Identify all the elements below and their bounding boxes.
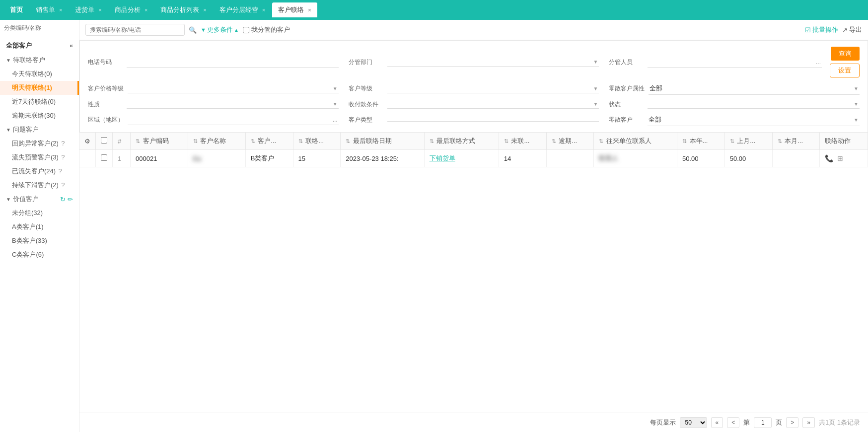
filter-customer-type-select[interactable] — [387, 118, 599, 122]
sort-year-icon: ⇅ — [682, 138, 687, 144]
sort-unlink-icon: ⇅ — [504, 138, 508, 144]
qr-action-icon[interactable]: ⊞ — [837, 154, 843, 162]
th-last-contact-method[interactable]: ⇅ 最后联络方式 — [424, 133, 499, 150]
my-customers-checkbox-label[interactable]: 我分管的客户 — [243, 25, 290, 34]
close-customer-tier-icon[interactable]: × — [262, 7, 265, 13]
filter-retail-customer-select[interactable]: 全部 ▼ — [648, 114, 860, 126]
more-conditions-btn[interactable]: ▼ 更多条件 ▲ — [201, 25, 239, 34]
export-button[interactable]: ↗ 导出 — [842, 25, 862, 34]
next-page-button[interactable]: > — [786, 417, 798, 428]
sidebar-item-declining[interactable]: 持续下滑客户(2) ? — [0, 178, 79, 192]
settings-icon[interactable]: ⚙ — [84, 138, 90, 145]
main-search-input[interactable] — [85, 24, 185, 36]
sort-name-icon: ⇅ — [193, 138, 198, 144]
set-button[interactable]: 设置 — [830, 64, 860, 77]
td-unlink-days: 14 — [499, 150, 546, 167]
nav-purchase[interactable]: 进货单 × — [69, 2, 107, 17]
nav-sales[interactable]: 销售单 × — [30, 2, 68, 17]
help-icon-3[interactable]: ? — [58, 167, 62, 175]
main-search-icon[interactable]: 🔍 — [189, 26, 197, 34]
th-last-contact-date[interactable]: ⇅ 最后联络日期 — [341, 133, 424, 150]
all-customers-header[interactable]: 全部客户 « — [0, 38, 79, 53]
help-icon-2[interactable]: ? — [61, 153, 65, 161]
phone-action-icon[interactable]: 📞 — [825, 154, 833, 162]
nav-home[interactable]: 首页 — [4, 2, 29, 17]
filter-customer-level-row: 客户等级 ▼ — [349, 82, 599, 95]
filter-customer-value-select[interactable]: ▼ — [128, 84, 339, 93]
page-number-input[interactable] — [754, 417, 772, 428]
close-sales-icon[interactable]: × — [59, 7, 62, 13]
filter-status-select[interactable]: ▼ — [648, 100, 860, 109]
th-customer-type[interactable]: ⇅ 客户... — [245, 133, 293, 150]
prev-page-button[interactable]: < — [727, 417, 739, 428]
sidebar-item-churned[interactable]: 已流失客户(24) ? — [0, 164, 79, 178]
filter-phone-input[interactable] — [127, 57, 339, 68]
filter-person-row: 分管人员 ... 查询 设置 — [609, 47, 860, 77]
select-all-checkbox[interactable] — [101, 137, 107, 144]
customer-value-chevron-icon: ▼ — [333, 86, 338, 91]
close-customer-contact-icon[interactable]: × — [308, 7, 311, 13]
help-icon-1[interactable]: ? — [61, 140, 65, 147]
filter-person-select[interactable]: ... — [648, 57, 822, 68]
retail-attr-chevron-icon: ▼ — [854, 86, 859, 91]
th-customer-name[interactable]: ⇅ 客户名称 — [188, 133, 245, 150]
filter-gender-row: 性质 ▼ — [88, 100, 339, 109]
close-analysis-icon[interactable]: × — [145, 7, 147, 13]
th-unlink-days[interactable]: ⇅ 未联... — [499, 133, 546, 150]
group-pending-contact[interactable]: ▼ 待联络客户 — [0, 53, 79, 67]
sort-type-icon: ⇅ — [251, 138, 255, 144]
sidebar-body: 全部客户 « ▼ 待联络客户 今天待联络(0) 明天待联络(1) 近7天待联络(… — [0, 36, 79, 432]
export-icon: ↗ — [842, 26, 848, 34]
filter-customer-level-select[interactable]: ▼ — [387, 84, 599, 93]
group-value-customers[interactable]: ▼ 价值客户 ↻ ✏ — [0, 192, 79, 206]
last-page-button[interactable]: » — [802, 417, 815, 428]
page-size-select[interactable]: 50 100 200 — [680, 417, 707, 428]
sidebar-item-class-c[interactable]: C类客户(6) — [0, 248, 79, 262]
filter-icon: ▼ — [201, 27, 206, 33]
nav-analysis-list[interactable]: 商品分析列表 × — [154, 2, 212, 17]
nav-analysis[interactable]: 商品分析 × — [109, 2, 153, 17]
close-purchase-icon[interactable]: × — [98, 7, 101, 13]
sidebar-item-repurchase-abnormal[interactable]: 回购异常客户(2) ? — [0, 137, 79, 150]
filter-payment-select[interactable]: ▼ — [387, 100, 599, 109]
sidebar-collapse-icon[interactable]: « — [70, 42, 73, 49]
value-customer-refresh-icon[interactable]: ↻ — [60, 196, 66, 203]
sidebar-item-ungrouped[interactable]: 未分组(32) — [0, 206, 79, 220]
th-this-month[interactable]: ⇅ 本月... — [772, 133, 820, 150]
help-icon-4[interactable]: ? — [61, 181, 65, 189]
th-customer-code[interactable]: ⇅ 客户编码 — [131, 133, 188, 150]
filter-dept-row: 分管部门 ▼ — [349, 47, 599, 77]
row-checkbox[interactable] — [101, 154, 107, 161]
group-problem-customers[interactable]: ▼ 问题客户 — [0, 123, 79, 137]
sidebar-search-input[interactable] — [4, 24, 78, 31]
sidebar-item-overdue[interactable]: 逾期未联络(30) — [0, 109, 79, 123]
th-contact-person[interactable]: ⇅ 往来单位联系人 — [594, 133, 677, 150]
value-customer-edit-icon[interactable]: ✏ — [68, 196, 73, 203]
th-last-month[interactable]: ⇅ 上月... — [724, 133, 772, 150]
person-ellipsis-icon: ... — [816, 59, 821, 66]
filter-phone-row: 电话号码 — [88, 47, 339, 77]
filter-retail-attr-select[interactable]: 全部 ▼ — [649, 82, 860, 95]
sidebar-item-tomorrow[interactable]: 明天待联络(1) — [0, 81, 79, 95]
my-customers-checkbox[interactable] — [243, 27, 249, 33]
close-analysis-list-icon[interactable]: × — [203, 7, 206, 13]
th-gear: ⚙ — [79, 133, 96, 150]
nav-customer-tier[interactable]: 客户分层经营 × — [214, 2, 271, 17]
td-last-month: 50.00 — [724, 150, 772, 167]
th-overdue[interactable]: ⇅ 逾期... — [546, 133, 594, 150]
sidebar-item-class-a[interactable]: A类客户(1) — [0, 220, 79, 234]
first-page-button[interactable]: « — [711, 417, 723, 428]
th-this-year[interactable]: ⇅ 本年... — [677, 133, 724, 150]
query-button[interactable]: 查询 — [831, 47, 860, 61]
nav-customer-contact[interactable]: 客户联络 × — [272, 2, 317, 17]
filter-dept-select[interactable]: ▼ — [387, 58, 599, 67]
filter-gender-select[interactable]: ▼ — [127, 100, 339, 109]
th-contact-count[interactable]: ⇅ 联络... — [293, 133, 341, 150]
sidebar-item-churn-warning[interactable]: 流失预警客户(3) ? — [0, 150, 79, 164]
payment-chevron-icon: ▼ — [593, 101, 598, 107]
batch-op-button[interactable]: ☑ 批量操作 — [805, 25, 838, 34]
sidebar-item-today[interactable]: 今天待联络(0) — [0, 67, 79, 81]
sidebar-item-class-b[interactable]: B类客户(33) — [0, 234, 79, 248]
filter-region-select[interactable]: ... — [128, 115, 339, 125]
sidebar-item-7days[interactable]: 近7天待联络(0) — [0, 95, 79, 109]
